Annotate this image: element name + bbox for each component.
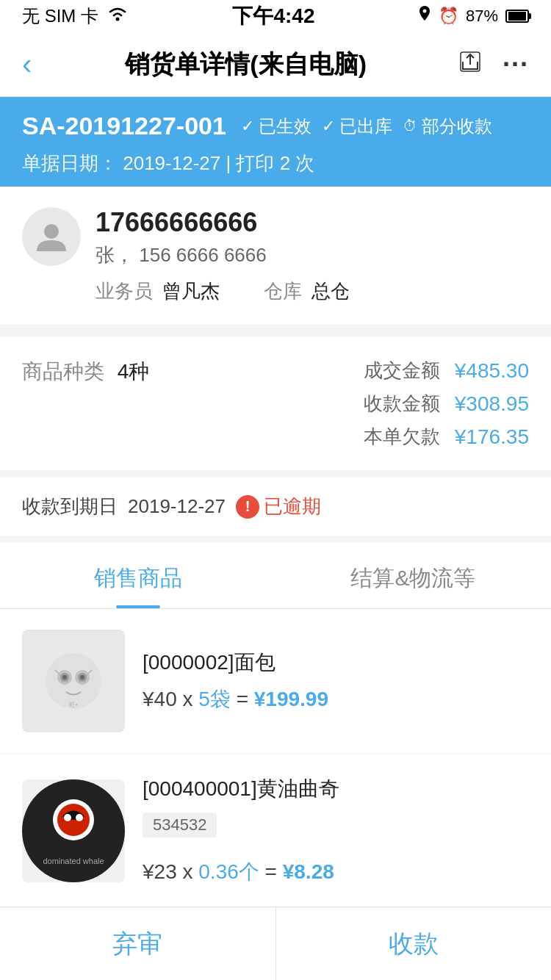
warehouse-name: 总仓 bbox=[311, 280, 350, 302]
tabs: 销售商品 结算&物流等 bbox=[0, 543, 551, 609]
clock-icon: ⏱ bbox=[403, 118, 417, 134]
order-date: 2019-12-27 bbox=[123, 152, 220, 174]
bottom-bar: 弃审 收款 bbox=[0, 907, 551, 980]
received-amount: ¥308.95 bbox=[455, 392, 529, 416]
nav-bar: ‹ 销货单详情(来自电脑) ··· bbox=[0, 32, 551, 97]
list-item: 旺+ [0000002]面包 ¥40 x 5袋 = ¥199.99 bbox=[0, 609, 551, 753]
product-name-2: [000400001]黄油曲奇 bbox=[143, 775, 529, 803]
product-sku-2: 534532 bbox=[143, 813, 217, 837]
overdue-icon: ! bbox=[236, 495, 259, 519]
debt-row: 本单欠款 ¥176.35 bbox=[364, 424, 529, 450]
stats-section: 商品种类 4种 成交金额 ¥485.30 收款金额 ¥308.95 本单欠款 ¥… bbox=[0, 337, 551, 476]
print-count: 2 bbox=[280, 152, 290, 174]
date-label: 单据日期： bbox=[22, 152, 118, 174]
due-label: 收款到期日 bbox=[22, 494, 118, 519]
svg-text:dominated whale: dominated whale bbox=[43, 857, 104, 865]
more-button[interactable]: ··· bbox=[503, 49, 529, 80]
print-unit: 次 bbox=[295, 152, 314, 174]
customer-info: 17666666666 张， 156 6666 6666 业务员 曾凡杰 仓库 … bbox=[96, 207, 529, 304]
header-banner: SA-20191227-001 ✓ 已生效 ✓ 已出库 ⏱ 部分收款 单据日期：… bbox=[0, 97, 551, 187]
product-price-2: ¥23 x 0.36个 = ¥8.28 bbox=[143, 858, 529, 886]
wifi-icon bbox=[106, 6, 129, 26]
financial-stats: 成交金额 ¥485.30 收款金额 ¥308.95 本单欠款 ¥176.35 bbox=[364, 358, 529, 450]
status-time: 下午4:42 bbox=[232, 2, 314, 30]
debt-amount: ¥176.35 bbox=[455, 425, 529, 449]
svg-text:旺+: 旺+ bbox=[69, 702, 79, 708]
status-left: 无 SIM 卡 bbox=[22, 4, 129, 28]
carrier-text: 无 SIM 卡 bbox=[22, 4, 98, 28]
battery-icon bbox=[505, 10, 529, 23]
tab-sales-products[interactable]: 销售商品 bbox=[0, 543, 276, 608]
svg-point-2 bbox=[44, 224, 59, 239]
customer-phone: 张， 156 6666 6666 bbox=[96, 242, 529, 268]
banner-row1: SA-20191227-001 ✓ 已生效 ✓ 已出库 ⏱ 部分收款 bbox=[22, 112, 529, 140]
print-label: 打印 bbox=[236, 152, 274, 174]
status-tag-effective: ✓ 已生效 bbox=[241, 115, 311, 138]
battery-text: 87% bbox=[466, 7, 498, 26]
confirm-button[interactable]: 收款 bbox=[276, 907, 552, 980]
svg-point-15 bbox=[76, 814, 83, 821]
tab-settlement[interactable]: 结算&物流等 bbox=[276, 543, 551, 608]
product-price-1: ¥40 x 5袋 = ¥199.99 bbox=[143, 685, 529, 713]
banner-date-row: 单据日期： 2019-12-27 | 打印 2 次 bbox=[22, 151, 529, 176]
svg-point-8 bbox=[62, 675, 67, 680]
status-tag-partial: ⏱ 部分收款 bbox=[403, 115, 492, 138]
product-info-2: [000400001]黄油曲奇 534532 ¥23 x 0.36个 = ¥8.… bbox=[143, 775, 529, 886]
due-date: 2019-12-27 bbox=[128, 495, 226, 518]
avatar bbox=[22, 207, 81, 266]
list-item: dominated whale [000400001]黄油曲奇 534532 ¥… bbox=[0, 754, 551, 907]
customer-account: 17666666666 bbox=[96, 207, 529, 238]
cancel-button[interactable]: 弃审 bbox=[0, 907, 276, 980]
received-row: 收款金额 ¥308.95 bbox=[364, 391, 529, 417]
product-info-1: [0000002]面包 ¥40 x 5袋 = ¥199.99 bbox=[143, 649, 529, 713]
sales-name: 曾凡杰 bbox=[162, 280, 220, 302]
svg-point-14 bbox=[64, 814, 71, 821]
alarm-icon: ⏰ bbox=[439, 7, 458, 26]
svg-point-9 bbox=[80, 675, 84, 680]
check-icon-1: ✓ bbox=[241, 117, 254, 136]
deal-amount: ¥485.30 bbox=[455, 359, 529, 383]
check-icon-2: ✓ bbox=[322, 117, 335, 136]
nav-actions: ··· bbox=[460, 49, 529, 80]
customer-section: 17666666666 张， 156 6666 6666 业务员 曾凡杰 仓库 … bbox=[0, 187, 551, 325]
back-button[interactable]: ‹ bbox=[22, 48, 32, 81]
warehouse-info: 仓库 总仓 bbox=[264, 278, 350, 304]
status-right: ⏰ 87% bbox=[418, 6, 529, 26]
due-section: 收款到期日 2019-12-27 ! 已逾期 bbox=[0, 478, 551, 541]
overdue-text: 已逾期 bbox=[264, 494, 321, 519]
page-title: 销货单详情(来自电脑) bbox=[125, 48, 367, 82]
product-type-count: 商品种类 4种 bbox=[22, 358, 149, 386]
svg-point-3 bbox=[46, 653, 101, 709]
status-bar: 无 SIM 卡 下午4:42 ⏰ 87% bbox=[0, 0, 551, 32]
share-button[interactable] bbox=[460, 51, 480, 77]
status-tag-shipped: ✓ 已出库 bbox=[322, 115, 392, 138]
product-image-1: 旺+ bbox=[22, 630, 125, 732]
product-name-1: [0000002]面包 bbox=[143, 649, 529, 677]
location-icon bbox=[418, 6, 431, 26]
product-image-2: dominated whale bbox=[22, 779, 125, 882]
status-tags: ✓ 已生效 ✓ 已出库 ⏱ 部分收款 bbox=[241, 115, 492, 138]
order-id: SA-20191227-001 bbox=[22, 112, 226, 140]
overdue-badge: ! 已逾期 bbox=[236, 494, 321, 519]
customer-meta: 业务员 曾凡杰 仓库 总仓 bbox=[96, 278, 529, 304]
sales-info: 业务员 曾凡杰 bbox=[96, 278, 220, 304]
svg-point-0 bbox=[116, 18, 120, 21]
amount-row: 成交金额 ¥485.30 bbox=[364, 358, 529, 383]
